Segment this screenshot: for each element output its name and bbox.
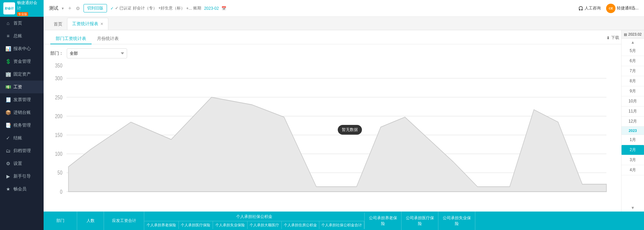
topbar: 测试 ▾ ＋ ⚙ 切到旧版 ✓ ✓ 已认证 好会计（专） +好生意（标） +..… [44,0,644,17]
sidebar-item-assets[interactable]: 🏢 固定资产 [0,68,44,81]
subtab-month[interactable]: 月份统计表 [92,34,124,44]
sidebar-item-settings[interactable]: ⚙ 设置 [0,157,44,170]
date-month-11[interactable]: 11月 [622,106,644,117]
th-personal-total: 个人承担社保公积金合计 [319,221,364,229]
sidebar-item-member[interactable]: ★ 畅会员 [0,183,44,195]
avatar-initials: CE [609,7,613,10]
filter-bar: 部门： 全部 销售部 技术部 财务部 行政部 [44,44,644,62]
tab-home[interactable]: 首页 [49,18,67,30]
date-panel-up-arrow[interactable]: ▲ [622,39,644,46]
sidebar-item-guide[interactable]: ▶ 新手引导 [0,170,44,183]
logo-icon: 好会计 [3,2,15,14]
period-value: 2023-02 [204,6,219,11]
date-month-1[interactable]: 1月 [622,135,644,145]
sidebar-item-salary[interactable]: 💵 工资 [0,81,44,93]
reports-icon: 📊 [5,46,11,51]
th-personal-medical: 个人承担医疗保险 [179,221,213,229]
invoice-icon: 🧾 [5,97,11,102]
member-icon: ★ [5,186,11,192]
tag2-label: +好生意（标） [158,5,185,11]
date-month-9[interactable]: 9月 [622,86,644,96]
salary-icon: 💵 [5,84,11,90]
user-service-button[interactable]: 🎧 人工咨询 [578,5,601,11]
date-panel-down-arrow[interactable]: ▼ [622,204,644,212]
sidebar-item-label: 结账 [13,135,22,141]
th-company-medical: 公司承担医疗保险 [401,212,438,230]
topbar-gear-button[interactable]: ⚙ [76,6,80,11]
date-month-8[interactable]: 8月 [622,76,644,86]
date-panel-header: ▤ 2023.02 [622,30,644,39]
tab-salary-report[interactable]: 工资统计报表 ✕ [67,18,108,30]
filter-dept-select[interactable]: 全部 销售部 技术部 财务部 行政部 [67,48,127,58]
sidebar-item-invoice[interactable]: 🧾 发票管理 [0,93,44,106]
svg-text:300: 300 [55,76,62,82]
date-month-2-active[interactable]: 2月 [622,145,644,155]
guide-icon: ▶ [5,174,11,179]
ledger-icon: ≡ [5,33,11,39]
date-filter-icon: ▤ [624,33,627,36]
th-personal-housing-fund: 个人承担住房公积金 [282,221,319,229]
sidebar-item-label: 设置 [13,160,22,167]
th-personal-total-label: 个人承担社保公积金合计 [321,223,362,227]
avatar: CE [606,4,615,13]
sidebar-item-tax[interactable]: 📑 税务管理 [0,119,44,132]
topbar-dropdown-arrow[interactable]: ▾ [62,6,64,11]
date-month-10[interactable]: 10月 [622,96,644,106]
sidebar-item-archive[interactable]: 🗂 归档管理 [0,144,44,157]
th-personal-major-medical-label: 个人承担大额医疗 [250,223,279,227]
svg-text:100: 100 [55,151,62,157]
settings-icon: ⚙ [5,161,11,166]
download-button[interactable]: ⬇ 下载 [606,35,619,41]
sidebar-item-label: 发票管理 [13,97,31,103]
svg-text:50: 50 [57,170,62,176]
th-company-pension-label: 公司承担养老保险 [367,215,398,227]
th-personal-pension: 个人承担养老保险 [144,221,179,229]
th-personal-medical-label: 个人承担医疗保险 [181,223,210,227]
sidebar-item-home[interactable]: ⌂ 首页 [0,17,44,30]
topbar-title: 测试 [49,5,58,11]
app-logo: 好会计 畅捷通好会计 专业版 [0,0,44,17]
date-month-4[interactable]: 4月 [622,165,644,175]
period-label: 账期 [193,5,201,11]
sidebar-item-funds[interactable]: 💲 资金管理 [0,55,44,68]
th-total-salary: 应发工资合计 [104,212,144,230]
tab-salary-report-label: 工资统计报表 [72,21,98,27]
th-personal-pension-label: 个人承担养老保险 [147,223,176,227]
logo-name: 畅捷通好会计 [17,0,40,11]
sidebar-item-label: 资金管理 [13,58,31,64]
switch-to-old-button[interactable]: 切到旧版 [84,4,107,12]
date-panel: ▤ 2023.02 ▲ 5月 6月 7月 8月 9月 10月 11月 12月 2… [621,30,644,212]
svg-text:0: 0 [60,189,62,195]
date-month-6[interactable]: 6月 [622,56,644,66]
user-name: 轻捷通8迅... [617,5,639,11]
date-month-12[interactable]: 12月 [622,117,644,127]
salary-chart: 0 50 100 150 200 250 300 350 [50,62,614,212]
th-company-unemployment: 公司承担失业保险 [438,212,475,230]
topbar-right: 🎧 人工咨询 CE 轻捷通8迅... [578,4,639,13]
content-area: 部门工资统计表 月份统计表 ⬇ 下载 ↻ 刷新 部门： 全部 销售部 [44,30,644,230]
tab-close-button[interactable]: ✕ [100,22,103,26]
calendar-icon[interactable]: 📅 [221,6,226,11]
date-month-5[interactable]: 5月 [622,46,644,56]
th-company-medical-label: 公司承担医疗保险 [404,215,435,227]
date-month-7[interactable]: 7月 [622,66,644,76]
th-sub-cells: 个人承担养老保险 个人承担医疗保险 个人承担失业保险 个人承担大额医疗 个人承担… [144,221,364,229]
th-personal-group: 个人承担社保公积金 个人承担养老保险 个人承担医疗保险 个人承担失业保险 个人承… [144,213,365,229]
funds-icon: 💲 [5,59,11,64]
th-total-salary-label: 应发工资合计 [112,218,136,224]
user-profile-button[interactable]: CE 轻捷通8迅... [606,4,639,13]
sidebar-item-reports[interactable]: 📊 报表中心 [0,42,44,55]
sidebar-item-ledger[interactable]: ≡ 总账 [0,30,44,42]
sidebar: 好会计 畅捷通好会计 专业版 ⌂ 首页 ≡ 总账 📊 报表中心 💲 资金管理 🏢… [0,0,44,230]
topbar-add-button[interactable]: ＋ [67,5,72,12]
sidebar-item-settle[interactable]: ✓ 结账 [0,132,44,144]
download-icon: ⬇ [606,36,610,40]
th-company-unemployment-label: 公司承担失业保险 [441,215,472,227]
date-month-3[interactable]: 3月 [622,155,644,165]
subtab-dept-label: 部门工资统计表 [56,36,86,41]
headset-icon: 🎧 [578,6,583,11]
user-service-label: 人工咨询 [585,5,601,11]
svg-text:200: 200 [55,113,62,119]
sidebar-item-sales[interactable]: 📦 进销台账 [0,106,44,119]
subtab-dept[interactable]: 部门工资统计表 [50,34,92,44]
